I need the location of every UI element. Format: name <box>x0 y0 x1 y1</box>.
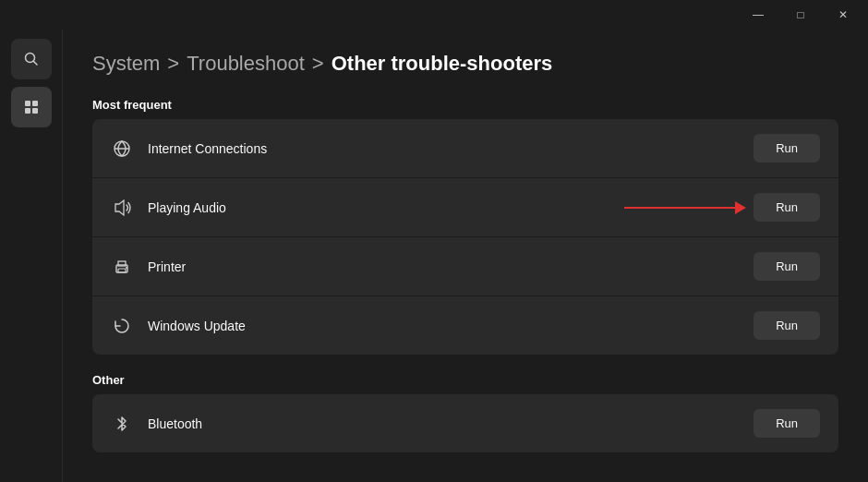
svg-rect-4 <box>25 108 30 114</box>
list-item: Playing Audio Run <box>92 178 838 237</box>
arrow-head <box>735 201 746 214</box>
svg-marker-8 <box>115 200 124 215</box>
most-frequent-list: Internet Connections Run Playing Audio <box>92 119 838 355</box>
svg-line-1 <box>33 62 37 66</box>
svg-rect-5 <box>32 108 38 114</box>
list-item: Windows Update Run <box>92 296 838 355</box>
titlebar: — □ ✕ <box>0 0 868 30</box>
breadcrumb-current: Other trouble-shooters <box>332 52 553 76</box>
internet-connections-label: Internet Connections <box>148 141 739 156</box>
breadcrumb-sep-1: > <box>167 52 179 76</box>
breadcrumb-system[interactable]: System <box>92 52 160 76</box>
search-icon[interactable] <box>11 39 52 79</box>
main-content: System > Troubleshoot > Other trouble-sh… <box>63 30 868 482</box>
close-button[interactable]: ✕ <box>822 0 864 30</box>
internet-connections-run-button[interactable]: Run <box>753 134 820 163</box>
windows-update-run-button[interactable]: Run <box>753 311 820 340</box>
svg-rect-2 <box>25 101 30 106</box>
maximize-button[interactable]: □ <box>779 0 822 30</box>
list-item: Internet Connections Run <box>92 119 838 178</box>
svg-point-12 <box>126 267 127 269</box>
breadcrumb-troubleshoot[interactable]: Troubleshoot <box>187 52 305 76</box>
sidebar <box>0 30 63 482</box>
bluetooth-label: Bluetooth <box>148 416 739 431</box>
most-frequent-section: Most frequent Internet Connections Run <box>92 98 838 355</box>
printer-label: Printer <box>148 259 739 274</box>
list-item: Printer Run <box>92 237 838 296</box>
list-item: Bluetooth Run <box>92 394 838 452</box>
audio-icon <box>111 197 133 219</box>
bluetooth-run-button[interactable]: Run <box>753 409 820 438</box>
arrow-indicator <box>624 201 746 214</box>
breadcrumb: System > Troubleshoot > Other trouble-sh… <box>92 52 838 76</box>
bluetooth-icon <box>111 413 133 435</box>
minimize-button[interactable]: — <box>737 0 779 30</box>
internet-icon <box>111 138 133 160</box>
windows-update-label: Windows Update <box>148 319 739 333</box>
playing-audio-run-button[interactable]: Run <box>753 193 820 222</box>
svg-rect-3 <box>32 101 38 106</box>
printer-run-button[interactable]: Run <box>753 252 820 281</box>
breadcrumb-sep-2: > <box>312 52 324 76</box>
other-section: Other Bluetooth Run <box>92 373 838 452</box>
arrow-line <box>624 207 735 209</box>
other-list: Bluetooth Run <box>92 394 838 452</box>
nav-home-icon[interactable] <box>11 87 52 127</box>
other-title: Other <box>92 373 838 387</box>
windows-update-icon <box>111 315 133 337</box>
printer-icon <box>111 256 133 278</box>
most-frequent-title: Most frequent <box>92 98 838 112</box>
